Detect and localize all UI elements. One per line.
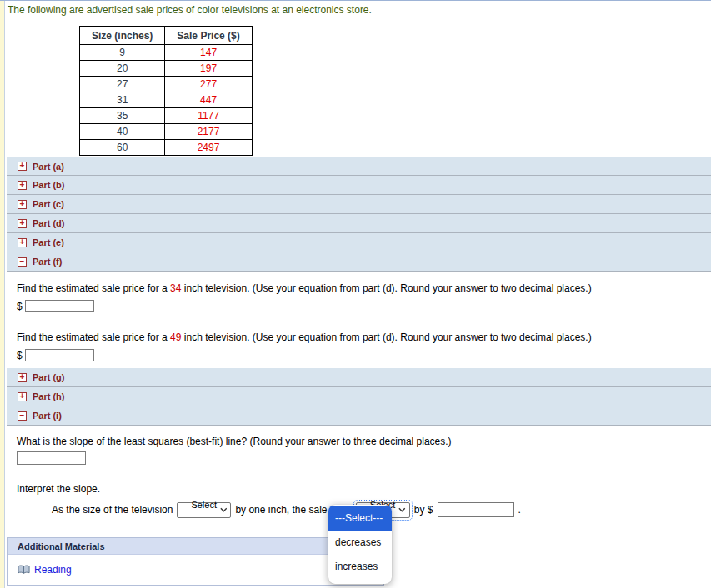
table-row: 9 147 — [80, 45, 253, 61]
dropdown-option-select[interactable]: ---Select--- — [328, 506, 392, 531]
question-area: The following are advertised sale prices… — [7, 1, 711, 586]
part-i-accordion-bar[interactable]: − Part (i) — [7, 406, 711, 426]
part-g-accordion-bar[interactable]: + Part (g) — [7, 368, 711, 387]
table-row: 60 2497 — [80, 140, 253, 156]
question-text: inch television. (Use your equation from… — [181, 282, 591, 294]
price-cell: 1177 — [165, 108, 252, 124]
table-row: 27 277 — [80, 77, 253, 92]
tv-price-table: Size (inches) Sale Price ($) 9 147 20 19… — [79, 26, 253, 156]
part-a-accordion-bar[interactable]: + Part (a) — [7, 157, 711, 176]
book-icon — [18, 565, 30, 575]
collapse-minus-icon: − — [18, 257, 27, 267]
size-cell: 60 — [80, 140, 165, 156]
expand-plus-icon: + — [18, 238, 27, 247]
size-cell: 35 — [80, 108, 165, 124]
question-text: Find the estimated sale price for a — [17, 331, 170, 343]
chevron-down-icon — [220, 507, 228, 512]
chevron-down-icon — [398, 507, 406, 512]
slope-question-text: What is the slope of the least squares (… — [17, 436, 711, 447]
column-header-price: Sale Price ($) — [165, 27, 252, 45]
sentence-text: As the size of the television — [52, 504, 173, 516]
page-left-margin-strip — [0, 1, 5, 588]
table-row: 20 197 — [80, 61, 253, 77]
table-row: 35 1177 — [80, 108, 253, 124]
interpret-slope-label: Interpret the slope. — [17, 483, 711, 495]
table-row: 31 447 — [80, 92, 253, 108]
question-intro-text: The following are advertised sale prices… — [7, 1, 711, 16]
collapse-minus-icon: − — [18, 411, 27, 421]
question-value-49: 49 — [170, 331, 181, 343]
table-row: 40 2177 — [80, 124, 253, 140]
part-d-accordion-bar[interactable]: + Part (d) — [7, 214, 711, 233]
price-cell: 277 — [165, 77, 252, 92]
price-cell: 447 — [165, 92, 252, 108]
size-cell: 31 — [80, 92, 165, 108]
sentence-text: by $ — [414, 504, 433, 516]
part-f-question-2: Find the estimated sale price for a 49 i… — [17, 331, 711, 343]
expand-plus-icon: + — [18, 200, 27, 209]
currency-label: $ — [17, 301, 23, 312]
currency-label: $ — [17, 350, 23, 361]
part-f-question-1: Find the estimated sale price for a 34 i… — [17, 282, 711, 294]
table-header-row: Size (inches) Sale Price ($) — [80, 27, 253, 45]
part-label: Part (g) — [33, 372, 65, 382]
question-text: inch television. (Use your equation from… — [181, 331, 591, 343]
price-cell: 2497 — [165, 140, 252, 156]
sentence-period: . — [518, 504, 521, 516]
part-label: Part (b) — [33, 180, 65, 190]
slope-amount-input[interactable] — [438, 502, 514, 517]
part-label: Part (d) — [33, 218, 65, 228]
part-label: Part (c) — [33, 199, 64, 209]
price-cell: 147 — [165, 45, 252, 61]
part-label: Part (f) — [33, 257, 62, 267]
size-cell: 27 — [80, 77, 165, 92]
price-cell: 2177 — [165, 124, 252, 140]
part-label: Part (i) — [33, 411, 62, 421]
additional-materials-header: Additional Materials — [8, 538, 383, 555]
question-value-34: 34 — [170, 282, 181, 294]
size-cell: 40 — [80, 124, 165, 140]
price-49-answer-input[interactable] — [25, 349, 94, 361]
part-f-content: Find the estimated sale price for a 34 i… — [7, 272, 711, 368]
dropdown-option-increases[interactable]: increases — [328, 555, 392, 579]
reading-link[interactable]: Reading — [34, 564, 72, 576]
size-cell: 9 — [80, 45, 165, 61]
price-cell: 197 — [165, 61, 252, 77]
price-change-dropdown-menu: ---Select--- decreases increases — [328, 505, 392, 584]
part-label: Part (e) — [33, 237, 64, 247]
size-cell: 20 — [80, 61, 165, 77]
column-header-size: Size (inches) — [80, 27, 165, 45]
size-change-select[interactable]: ---Select--- — [177, 502, 231, 518]
expand-plus-icon: + — [18, 181, 27, 190]
select-value: ---Select--- — [182, 500, 219, 520]
expand-plus-icon: + — [18, 373, 27, 382]
expand-plus-icon: + — [18, 219, 27, 228]
dropdown-option-decreases[interactable]: decreases — [328, 531, 392, 555]
expand-plus-icon: + — [18, 162, 27, 171]
part-c-accordion-bar[interactable]: + Part (c) — [7, 195, 711, 214]
part-label: Part (h) — [33, 391, 65, 401]
expand-plus-icon: + — [18, 392, 27, 401]
part-f-accordion-bar[interactable]: − Part (f) — [7, 252, 711, 272]
part-h-accordion-bar[interactable]: + Part (h) — [7, 387, 711, 406]
slope-answer-input[interactable] — [17, 451, 86, 465]
question-text: Find the estimated sale price for a — [17, 282, 170, 294]
part-label: Part (a) — [33, 162, 64, 172]
part-b-accordion-bar[interactable]: + Part (b) — [7, 176, 711, 195]
price-34-answer-input[interactable] — [25, 300, 94, 312]
part-e-accordion-bar[interactable]: + Part (e) — [7, 233, 711, 252]
